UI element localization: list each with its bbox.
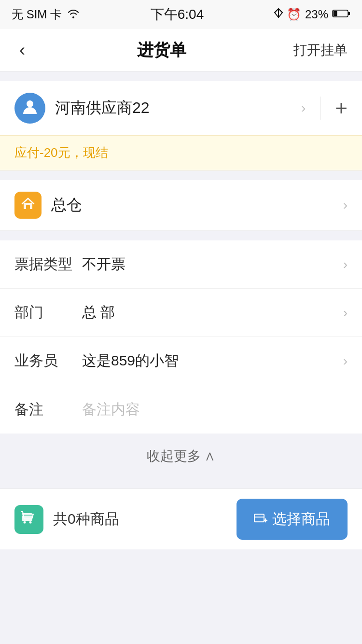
supplier-chevron-icon: › <box>301 100 306 116</box>
remark-row[interactable]: 备注 备注内容 <box>0 385 362 434</box>
nav-bar: ‹ 进货单 打开挂单 <box>0 29 362 71</box>
status-bar: 无 SIM 卡 下午6:04 ⏰ 23% <box>0 0 362 29</box>
warehouse-section: 总仓 › <box>0 180 362 231</box>
battery-icon <box>332 8 350 21</box>
svg-point-8 <box>24 521 26 524</box>
ticket-type-row[interactable]: 票据类型 不开票 › <box>0 240 362 289</box>
select-product-icon <box>254 511 267 528</box>
ticket-type-chevron-icon: › <box>343 257 348 272</box>
product-icon <box>14 505 43 534</box>
notice-text: 应付-20元，现结 <box>14 145 108 160</box>
warehouse-row[interactable]: 总仓 › <box>0 180 362 231</box>
add-supplier-button[interactable]: + <box>335 98 348 119</box>
svg-rect-10 <box>254 514 264 522</box>
warehouse-icon <box>14 192 42 219</box>
remark-label: 备注 <box>14 400 77 420</box>
status-left: 无 SIM 卡 <box>12 7 80 22</box>
svg-point-9 <box>29 521 32 524</box>
vertical-divider <box>320 97 320 120</box>
alarm-icon: ⏰ <box>287 8 301 21</box>
section-gap-4 <box>0 479 362 489</box>
svg-rect-2 <box>348 12 350 15</box>
remark-placeholder: 备注内容 <box>77 400 348 420</box>
supplier-name: 河南供应商22 <box>55 98 301 119</box>
location-icon <box>274 8 283 21</box>
back-button[interactable]: ‹ <box>14 35 30 65</box>
supplier-avatar <box>14 93 45 124</box>
sim-label: 无 SIM 卡 <box>12 7 62 22</box>
status-time: 下午6:04 <box>151 5 204 24</box>
battery-text: 23% <box>305 8 328 21</box>
supplier-row[interactable]: 河南供应商22 › + <box>0 81 362 135</box>
warehouse-chevron-icon: › <box>343 197 348 213</box>
department-value: 总 部 <box>77 303 343 322</box>
collapse-label: 收起更多 ∧ <box>147 447 216 465</box>
supplier-section: 河南供应商22 › + 应付-20元，现结 <box>0 81 362 170</box>
cart-icon <box>21 509 37 529</box>
collapse-button[interactable]: 收起更多 ∧ <box>0 434 362 479</box>
status-right: ⏰ 23% <box>274 8 350 21</box>
salesperson-row[interactable]: 业务员 这是859的小智 › <box>0 337 362 385</box>
department-row[interactable]: 部门 总 部 › <box>0 289 362 337</box>
section-gap-1 <box>0 71 362 81</box>
form-section: 票据类型 不开票 › 部门 总 部 › 业务员 这是859的小智 › 备注 备注… <box>0 240 362 434</box>
salesperson-value: 这是859的小智 <box>77 351 343 371</box>
ticket-type-label: 票据类型 <box>14 254 77 274</box>
section-gap-3 <box>0 231 362 240</box>
svg-point-4 <box>27 100 33 107</box>
department-label: 部门 <box>14 303 77 322</box>
bottom-bar: 共0种商品 选择商品 <box>0 489 362 549</box>
wifi-icon <box>67 8 80 21</box>
product-count-label: 共0种商品 <box>53 509 227 529</box>
open-pending-button[interactable]: 打开挂单 <box>293 41 348 59</box>
salesperson-chevron-icon: › <box>343 353 348 369</box>
section-gap-2 <box>0 170 362 180</box>
department-chevron-icon: › <box>343 305 348 321</box>
house-icon <box>21 196 35 214</box>
ticket-type-value: 不开票 <box>77 254 343 274</box>
warehouse-label: 总仓 <box>51 195 343 216</box>
notice-bar: 应付-20元，现结 <box>0 135 362 170</box>
page-bottom <box>0 549 362 644</box>
select-product-button[interactable]: 选择商品 <box>237 499 348 540</box>
svg-rect-3 <box>334 11 337 16</box>
salesperson-label: 业务员 <box>14 351 77 371</box>
select-product-label: 选择商品 <box>272 509 330 529</box>
svg-rect-6 <box>26 205 30 209</box>
page-title: 进货单 <box>137 39 186 61</box>
avatar-icon <box>21 98 39 119</box>
